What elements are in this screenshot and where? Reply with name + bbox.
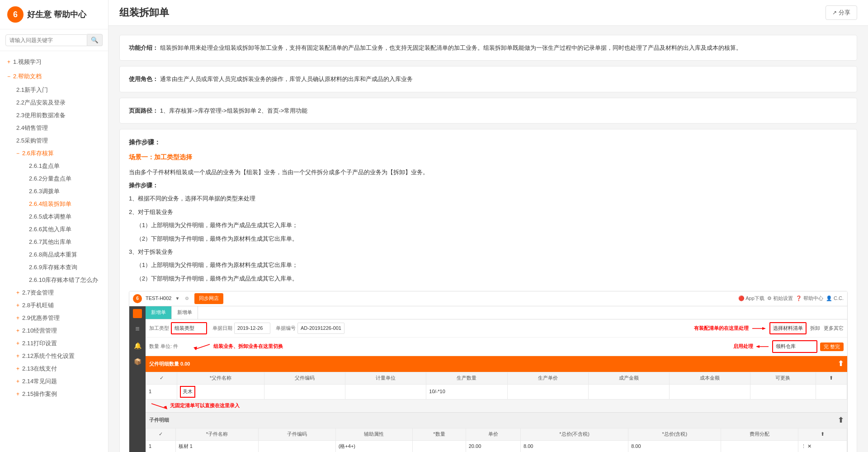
simulated-screen: 6 TEST-H002 ▼ ⚙ 同步网店 🔴 App下载 ⚙ 初始设置 ❓ 帮助… (129, 291, 847, 452)
minus-icon-2: − (16, 150, 19, 157)
scene1-heading: 场景一：加工类型选择 (129, 152, 848, 163)
plus-icon-4: + (16, 315, 19, 321)
table-row: 1 关木 10/-*10 (146, 384, 847, 399)
sidebar-item-partial-stocktake[interactable]: 2.6.2分量盘点单 (25, 172, 108, 185)
plus-icon-6: + (16, 340, 19, 347)
sim-parent-table: ✓ *父件名称 父件编码 计量单位 生产数量 生产单价 成产金额 (146, 372, 847, 400)
sim-warehouse-area: 启用处理 领料仓库 完 整完 (288, 340, 844, 353)
sim-ann-area-4: 无固定清单可以直接在这里录入 (146, 400, 847, 412)
sidebar-item-cases[interactable]: + 2.15操作案例 (13, 388, 108, 400)
step2-1: （1）上部明细为父件明细，最终作为产成品生成其它入库单； (129, 220, 848, 230)
sidebar-item-purchase[interactable]: 2.5采购管理 (13, 134, 108, 147)
ann-text-1: 有装配清单的在这里处理 (694, 324, 749, 333)
sidebar-item-docs[interactable]: − 2.帮助文档 (0, 69, 108, 84)
sim-form-area: 加工类型 组装类型 单据日期 2019-12-26 单据编号 (146, 319, 847, 452)
sim-form-row-2: 数量 单位: 件 组装业务、拆卸业务在这里切换 (146, 338, 847, 356)
step3-2: （2）下部明细为子件明细，最终作为产成品生成其它入库单。 (129, 273, 848, 284)
sidebar-sub-docs: 2.1新手入门 2.2产品安装及登录 2.3使用前数据准备 2.4销售管理 2.… (0, 84, 108, 400)
sidebar-item-cost-adjust[interactable]: 2.6.5成本调整单 (25, 210, 108, 223)
sidebar-item-mobile[interactable]: + 2.8手机旺铺 (13, 299, 108, 312)
plus-icon-3: + (16, 302, 19, 309)
path-card: 页面路径： 1、库存核算->库存管理->组装拆卸单 2、首页->常用功能 (119, 98, 857, 124)
sim-warehouse-input[interactable]: 领料仓库 (772, 340, 817, 353)
sidebar-item-assembly[interactable]: 2.6.4组装拆卸单 (25, 198, 108, 210)
sidebar-item-sales[interactable]: 2.4销售管理 (13, 122, 108, 134)
role-card: 使用角色： 通常由生产人员或库管人员完成拆装业务的操作，库管人员确认原材料的出库… (119, 66, 857, 92)
plus-icon-5: + (16, 328, 19, 334)
sim-child-table: ✓ *子件名称 子件编码 辅助属性 *数量 单价 *总价(不含税) (146, 428, 847, 452)
ann-arrow-2 (193, 342, 211, 351)
sim-lower-table: ✓ *子件名称 子件编码 辅助属性 *数量 单价 *总价(不含税) (146, 428, 847, 452)
sidebar-item-other-in[interactable]: 2.6.6其他入库单 (25, 223, 108, 236)
sidebar-item-inventory[interactable]: − 2.6库存核算 (13, 147, 108, 160)
page-header: 组装拆卸单 ↗ 分享 (108, 0, 868, 26)
sidebar-item-stocktake[interactable]: 2.6.1盘点单 (25, 160, 108, 172)
step2: 2、对于组装业务 (129, 207, 848, 217)
sidebar-nav: + 1.视频学习 − 2.帮助文档 2.1新手入门 2.2产品安装及登录 2.3… (0, 51, 108, 452)
sidebar-item-beginner[interactable]: 2.1新手入门 (13, 84, 108, 96)
sim-ann-area: 有装配清单的在这里处理 选择材料清单 拆卸 更多其它 (350, 322, 844, 335)
role-label: 使用角色： (129, 76, 158, 82)
main-area: 组装拆卸单 ↗ 分享 功能介绍： 组装拆卸单用来处理企业组装或拆卸等加工业务，支… (108, 0, 868, 452)
sidebar-item-install[interactable]: 2.2产品安装及登录 (13, 96, 108, 109)
sim-tab-all[interactable]: 新增单 (172, 306, 198, 319)
ops-steps-label: 操作步骤： (129, 180, 848, 190)
sidebar-item-videos[interactable]: + 1.视频学习 (0, 55, 108, 69)
ops-heading: 操作步骤： (129, 137, 848, 148)
ops-card: 操作步骤： 场景一：加工类型选择 当由多个子件材料组装成一个成品的业务为【组装】… (119, 129, 857, 452)
sim-topbar: 6 TEST-H002 ▼ ⚙ 同步网店 🔴 App下载 ⚙ 初始设置 ❓ 帮助… (129, 291, 847, 306)
sim-confirm-btn[interactable]: 完 整完 (820, 343, 844, 351)
sim-field-docno: 单据编号 AD-20191226-001 (276, 323, 344, 334)
sidebar-item-other-out[interactable]: 2.6.7其他出库单 (25, 236, 108, 248)
path-text: 1、库存核算->库存管理->组装拆卸单 2、首页->常用功能 (160, 107, 308, 114)
ann-text-4: 无固定清单可以直接在这里录入 (170, 401, 240, 410)
sidebar-item-finance[interactable]: + 2.7资金管理 (13, 286, 108, 299)
sidebar-sub-inventory: 2.6.1盘点单 2.6.2分量盘点单 2.6.3调拨单 2.6.4组装拆卸单 … (13, 160, 108, 286)
screenshot-container: 6 TEST-H002 ▼ ⚙ 同步网店 🔴 App下载 ⚙ 初始设置 ❓ 帮助… (129, 291, 848, 452)
sim-process-btn[interactable]: 选择材料清单 (769, 322, 807, 335)
search-button[interactable]: 🔍 (87, 34, 103, 46)
sim-new-btn: 同步网店 (194, 293, 223, 304)
sim-type-input[interactable]: 组装类型 (171, 322, 207, 335)
intro-card: 功能介绍： 组装拆卸单用来处理企业组装或拆卸等加工业务，支持有固定装配清单的产品… (119, 35, 857, 61)
sidebar-item-faq[interactable]: + 2.14常见问题 (13, 375, 108, 388)
share-button[interactable]: ↗ 分享 (826, 5, 857, 20)
sidebar-item-system[interactable]: + 2.12系统个性化设置 (13, 350, 108, 362)
app-name: 好生意 帮助中心 (27, 9, 86, 20)
table-row: 1 板材 1 (格+4+) 20.00 8.00 (146, 441, 847, 452)
sidebar-item-online-pay[interactable]: + 2.13在线支付 (13, 362, 108, 375)
sidebar-item-coupons[interactable]: + 2.9优惠券管理 (13, 312, 108, 324)
sidebar-item-stock-query[interactable]: 2.6.9库存账本查询 (25, 261, 108, 274)
path-label: 页面路径： (129, 107, 158, 114)
sidebar-item-cost-recalc[interactable]: 2.6.8商品成本重算 (25, 248, 108, 261)
svg-marker-5 (756, 345, 760, 348)
sim-main: 新增单 新增单 加工类 (146, 306, 847, 452)
sim-side-icon-2: ≡ (135, 323, 139, 336)
sim-upper-table: ✓ *父件名称 父件编码 计量单位 生产数量 生产单价 成产金额 (146, 372, 847, 400)
sidebar-item-data-prep[interactable]: 2.3使用前数据准备 (13, 109, 108, 122)
search-box: 🔍 (0, 29, 108, 51)
plus-icon: + (7, 59, 10, 65)
sim-field-date: 单据日期 2019-12-26 (212, 323, 270, 334)
main-content: 功能介绍： 组装拆卸单用来处理企业组装或拆卸等加工业务，支持有固定装配清单的产品… (108, 26, 868, 452)
sidebar-item-transfer[interactable]: 2.6.3调拨单 (25, 185, 108, 198)
sim-field-warehouse: 数量 单位: 件 (149, 342, 178, 351)
sim-lower-area: 无固定清单可以直接在这里录入 子件明细 ⬆ (146, 400, 847, 452)
search-input[interactable] (5, 34, 87, 46)
sidebar-item-stock-fix[interactable]: 2.6.10库存账本错了怎么办 (25, 274, 108, 286)
sim-lower-table-header: 子件明细 ⬆ (146, 412, 847, 428)
sim-icons: 🔴 App下载 ⚙ 初始设置 ❓ 帮助中心 👤 C.C. (738, 294, 844, 303)
step3-1: （1）上部明细为父件明细，最终作为原材料生成其它出库单； (129, 260, 848, 270)
sidebar-item-mgmt[interactable]: + 2.10经营管理 (13, 324, 108, 337)
sim-tab-new[interactable]: 新增单 (146, 306, 172, 319)
sidebar-item-print[interactable]: + 2.11打印设置 (13, 337, 108, 350)
ann-text-3: 启用处理 (733, 342, 753, 351)
svg-line-2 (195, 344, 210, 349)
sim-logo: 6 (133, 294, 142, 303)
sim-side-icon-3: 🔔 (134, 340, 142, 352)
minus-icon: − (7, 73, 10, 80)
step3: 3、对于拆装业务 (129, 247, 848, 257)
sim-company: TEST-H002 (146, 294, 171, 303)
plus-icon-8: + (16, 366, 19, 372)
sim-upper-table-header: 父件明细数量 0.00 ⬆ (146, 356, 847, 372)
